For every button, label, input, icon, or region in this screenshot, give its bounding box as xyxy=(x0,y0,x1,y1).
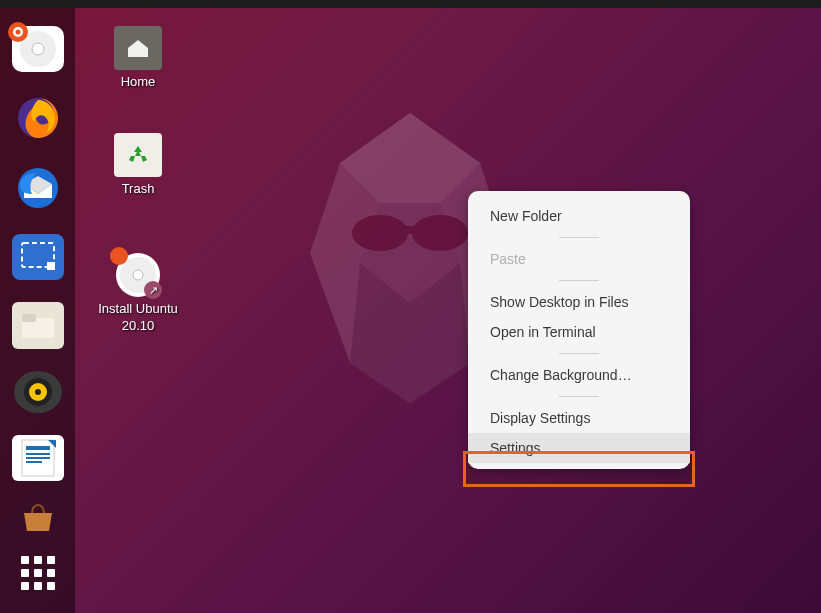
thunderbird-icon xyxy=(14,164,62,212)
firefox-icon xyxy=(14,94,62,142)
dock-item-firefox[interactable] xyxy=(12,94,64,142)
dock xyxy=(0,8,75,613)
svg-point-3 xyxy=(15,30,20,35)
shopping-bag-icon xyxy=(18,503,58,533)
menu-item-settings[interactable]: Settings xyxy=(468,433,690,463)
menu-item-show-desktop-in-files[interactable]: Show Desktop in Files xyxy=(468,287,690,317)
menu-separator xyxy=(559,237,599,238)
menu-item-display-settings[interactable]: Display Settings xyxy=(468,403,690,433)
svg-rect-24 xyxy=(402,226,418,234)
menu-item-new-folder[interactable]: New Folder xyxy=(468,201,690,231)
desktop-context-menu: New Folder Paste Show Desktop in Files O… xyxy=(468,191,690,469)
svg-point-1 xyxy=(32,43,44,55)
top-bar xyxy=(0,0,821,8)
desktop-icon-install-ubuntu[interactable]: ↗ Install Ubuntu 20.10 xyxy=(88,253,188,335)
menu-item-paste: Paste xyxy=(468,244,690,274)
svg-rect-17 xyxy=(26,461,42,463)
dock-item-software[interactable] xyxy=(12,503,64,533)
desktop-icon-label: Trash xyxy=(122,181,155,198)
svg-rect-9 xyxy=(22,314,36,322)
menu-separator xyxy=(559,280,599,281)
files-icon xyxy=(20,312,56,340)
desktop-icon-trash[interactable]: Trash xyxy=(88,133,188,198)
dock-item-writer[interactable] xyxy=(12,435,64,481)
svg-point-22 xyxy=(352,215,408,251)
menu-item-open-in-terminal[interactable]: Open in Terminal xyxy=(468,317,690,347)
dock-item-screenshot[interactable] xyxy=(12,234,64,280)
menu-separator xyxy=(559,396,599,397)
menu-separator xyxy=(559,353,599,354)
dock-item-thunderbird[interactable] xyxy=(12,164,64,212)
desktop-icon-home[interactable]: Home xyxy=(88,26,188,91)
libreoffice-writer-icon xyxy=(20,438,56,478)
svg-rect-7 xyxy=(47,262,55,270)
dock-item-files[interactable] xyxy=(12,302,64,348)
menu-item-change-background[interactable]: Change Background… xyxy=(468,360,690,390)
dock-item-rhythmbox[interactable] xyxy=(14,371,62,414)
recycle-icon xyxy=(127,144,149,166)
svg-rect-16 xyxy=(26,457,50,459)
svg-rect-14 xyxy=(26,446,50,450)
speaker-icon xyxy=(23,377,53,407)
desktop-icon-label: Home xyxy=(121,74,156,91)
shortcut-arrow-icon: ↗ xyxy=(144,281,162,299)
svg-point-26 xyxy=(133,270,143,280)
svg-point-23 xyxy=(412,215,468,251)
screenshot-icon xyxy=(21,242,55,272)
svg-point-12 xyxy=(35,389,41,395)
svg-rect-15 xyxy=(26,453,50,455)
desktop[interactable]: Home Trash ↗ Install Ubuntu 20.10 New Fo… xyxy=(75,8,821,613)
desktop-icon-label: Install Ubuntu 20.10 xyxy=(88,301,188,335)
show-applications-button[interactable] xyxy=(18,555,58,591)
dock-item-installer[interactable] xyxy=(12,26,64,72)
home-folder-icon xyxy=(125,37,151,59)
